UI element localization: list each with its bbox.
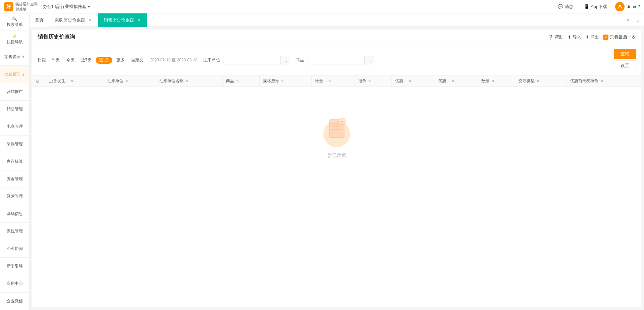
date-btn-today[interactable]: 今天	[64, 56, 77, 64]
user-name: demo2	[627, 4, 640, 9]
purchase-history-tab-close[interactable]: ×	[87, 17, 93, 23]
sort-icon-quantity: ⇅	[492, 79, 494, 83]
th-biz-date[interactable]: 业务发生... ⇅	[46, 75, 104, 87]
th-discount-rate[interactable]: 优惠... ⇅	[391, 75, 435, 87]
app-logo-icon: 好	[4, 2, 13, 11]
sort-icon-goods: ⇅	[236, 79, 239, 83]
sidebar-item-search-menu[interactable]: 🔍 搜索菜单	[0, 13, 29, 31]
empty-doc-icon	[327, 117, 347, 144]
date-btn-custom[interactable]: 自定义	[128, 56, 146, 64]
date-btn-7days[interactable]: 近7天	[78, 56, 94, 64]
tab-home[interactable]: 首页	[30, 13, 49, 27]
date-btn-yesterday[interactable]: 昨天	[49, 56, 62, 64]
tab-sales-history[interactable]: 销售历史价跟踪 ×	[98, 13, 147, 27]
th-discount-amt[interactable]: 优惠... ⇅	[435, 75, 478, 87]
sales-history-tab-close[interactable]: ×	[136, 17, 142, 23]
query-button[interactable]: 查询	[614, 49, 636, 59]
tab-close-all-btn[interactable]: ×	[624, 16, 632, 24]
only-last-checkbox[interactable]: ✓ 只看最后一次	[603, 34, 636, 40]
date-btn-more[interactable]: 更多	[114, 56, 127, 64]
data-table: ⚙ 业务发生... ⇅ 往来单位 ⇅ 往来单位名称	[32, 75, 641, 87]
help-link[interactable]: ❓ 帮助	[548, 34, 564, 40]
page-header-actions: ❓ 帮助 ⬆ 导入 ⬇ 导出 ✓ 只看最后一次	[548, 34, 636, 40]
gear-icon[interactable]: ⚙	[36, 79, 40, 84]
tab-purchase-history[interactable]: 采购历史价跟踪 ×	[49, 13, 98, 27]
goods-input[interactable]	[307, 56, 364, 64]
retail-arrow-icon: ▼	[22, 55, 25, 59]
tab-bar: 首页 采购历史价跟踪 × 销售历史价跟踪 × × □	[30, 13, 644, 27]
th-goods[interactable]: 商品 ⇅	[222, 75, 259, 87]
sort-icon-quoted-price: ⇅	[368, 79, 371, 83]
th-unit[interactable]: 计量... ⇅	[311, 75, 355, 87]
th-gear[interactable]: ⚙	[32, 75, 46, 87]
table-area: ⚙ 业务发生... ⇅ 往来单位 ⇅ 往来单位名称	[32, 75, 641, 186]
sort-icon-discount-amt: ⇅	[452, 79, 454, 83]
phone-icon: 📱	[584, 4, 589, 9]
sidebar-item-enterprise-wechat[interactable]: 企业微信	[0, 293, 29, 310]
sort-icon-pre-tax-price: ⇅	[601, 79, 603, 83]
svg-rect-3	[331, 126, 339, 127]
sidebar-item-enterprise-collab[interactable]: 企业协同	[0, 240, 29, 258]
page-content: 销售历史价查询 ❓ 帮助 ⬆ 导入 ⬇ 导出 ✓	[32, 30, 641, 307]
goods-filter-group: 商品 ...	[296, 56, 374, 64]
table-header-row: ⚙ 业务发生... ⇅ 往来单位 ⇅ 往来单位名称	[32, 75, 641, 87]
svg-rect-4	[331, 129, 341, 130]
sidebar-item-finance-mgmt[interactable]: 资金管理	[0, 170, 29, 188]
page-header: 销售历史价查询 ❓ 帮助 ⬆ 导入 ⬇ 导出 ✓	[32, 30, 641, 45]
home-tab-label: 首页	[35, 17, 44, 23]
partner-input-wrap: ...	[223, 56, 290, 64]
th-quantity[interactable]: 数量 ⇅	[478, 75, 515, 87]
sidebar-item-system-mgmt[interactable]: 系统管理	[0, 223, 29, 240]
sidebar-item-ops-mgmt[interactable]: 经营管理	[0, 188, 29, 205]
th-spec[interactable]: 规格型号 ⇅	[260, 75, 312, 87]
company-select-arrow: ▾	[88, 4, 90, 9]
tab-maximize-btn[interactable]: □	[633, 16, 641, 24]
date-btn-1month[interactable]: 近1月	[96, 57, 113, 64]
header-right: 💬 消息 📱 App下载 demo2	[555, 2, 640, 11]
partner-filter-label: 往来单位	[203, 57, 220, 63]
th-pre-tax-price[interactable]: 优惠前无税单价 ⇅	[567, 75, 641, 87]
checkbox-checked-icon: ✓	[603, 35, 608, 40]
th-quoted-price[interactable]: 报价 ⇅	[355, 75, 391, 87]
wholesale-arrow-icon: ▲	[22, 72, 25, 76]
export-icon: ⬇	[585, 35, 589, 40]
logo-area: 好 畅捷通好生意 标准版	[4, 2, 38, 11]
partner-input-clear-btn[interactable]: ...	[280, 56, 290, 64]
main-layout: 🔍 搜索菜单 ⚡ 快捷导航 零售管理 ▼ 批发管理 ▲ 营销推广 销售管理 电商…	[0, 13, 644, 310]
th-partner-name[interactable]: 往来单位名称 ⇅	[156, 75, 222, 87]
sidebar-item-wholesale-mgmt[interactable]: 批发管理 ▲	[0, 66, 29, 83]
app-download-btn[interactable]: 📱 App下载	[581, 2, 610, 11]
empty-state: 暂无数据	[32, 87, 641, 186]
date-btn-group: 昨天 今天 近7天 近1月 更多 自定义	[49, 56, 146, 64]
export-link[interactable]: ⬇ 导出	[585, 34, 599, 40]
user-area[interactable]: demo2	[615, 2, 640, 11]
sort-icon-unit: ⇅	[328, 79, 331, 83]
th-trade-type[interactable]: 交易类型 ⇅	[515, 75, 567, 87]
partner-input[interactable]	[223, 56, 280, 64]
sidebar: 🔍 搜索菜单 ⚡ 快捷导航 零售管理 ▼ 批发管理 ▲ 营销推广 销售管理 电商…	[0, 13, 30, 310]
settings-button[interactable]: 设置	[614, 60, 636, 71]
sidebar-item-inventory-check[interactable]: 库存核算	[0, 153, 29, 170]
sidebar-item-marketing[interactable]: 营销推广	[0, 83, 29, 101]
sidebar-item-sales-mgmt[interactable]: 销售管理	[0, 101, 29, 118]
sidebar-item-ecommerce-mgmt[interactable]: 电商管理	[0, 118, 29, 136]
sort-icon-biz-date: ⇅	[71, 79, 73, 83]
message-btn[interactable]: 💬 消息	[555, 2, 576, 11]
content-area: 首页 采购历史价跟踪 × 销售历史价跟踪 × × □ 销售历史价查询	[30, 13, 644, 310]
th-partner-code[interactable]: 往来单位 ⇅	[104, 75, 156, 87]
sidebar-item-new-guide[interactable]: 新手引导	[0, 258, 29, 275]
help-icon: ❓	[548, 35, 553, 40]
sidebar-item-basic-info[interactable]: 基础信息	[0, 205, 29, 223]
sales-history-tab-label: 销售历史价跟踪	[104, 17, 134, 23]
date-range-text: 2023-02-18 至 2023-03-18	[150, 57, 197, 63]
message-icon: 💬	[558, 4, 563, 9]
goods-input-clear-btn[interactable]: ...	[364, 56, 374, 64]
company-select[interactable]: 办公用品行业模拟账套 ▾	[40, 2, 93, 11]
sidebar-item-app-center[interactable]: 应用中心	[0, 275, 29, 293]
purchase-history-tab-label: 采购历史价跟踪	[55, 17, 85, 23]
sidebar-item-quick-nav[interactable]: ⚡ 快捷导航	[0, 31, 29, 48]
top-header: 好 畅捷通好生意 标准版 办公用品行业模拟账套 ▾ 💬 消息 📱 App下载	[0, 0, 644, 13]
sidebar-item-purchase-mgmt[interactable]: 采购管理	[0, 136, 29, 153]
import-link[interactable]: ⬆ 导入	[568, 34, 581, 40]
sidebar-item-retail-mgmt[interactable]: 零售管理 ▼	[0, 48, 29, 66]
